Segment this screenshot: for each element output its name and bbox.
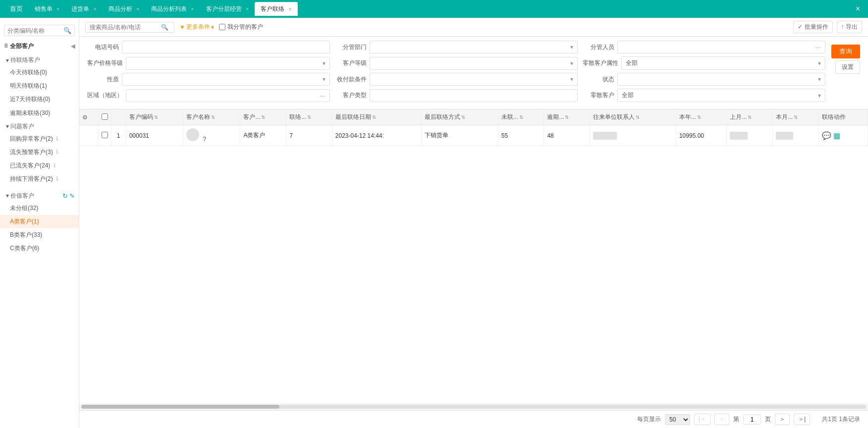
next-page-btn[interactable]: ＞ [775,414,790,425]
sidebar-item-a-class[interactable]: A类客户(1) [0,215,79,228]
close-customer-contact-tab[interactable]: × [288,6,291,12]
row-gear-cell [79,125,98,146]
payment-select[interactable]: ▾ [370,73,578,86]
problem-customer-group[interactable]: ▾ 问题客户 [0,120,79,132]
close-purchase-tab[interactable]: × [93,6,96,12]
retail-customer-field: 零散客户 全部 ▾ [583,89,825,102]
prev-page-btn[interactable]: ＜ [714,414,729,425]
customer-grade-select[interactable]: ▾ [370,57,578,70]
sort-icon-unit-contact[interactable]: ⇅ [636,114,640,120]
nav-tab-customer-tier[interactable]: 客户分层经营 × [200,2,255,16]
filter-search-box[interactable]: 🔍 [85,22,174,33]
row-checkbox-cell [98,125,111,146]
status-select[interactable]: ▾ [617,73,825,86]
filter-search-icon: 🔍 [161,24,168,31]
nav-tab-analysis-list[interactable]: 商品分析列表 × [145,2,200,16]
nature-select[interactable]: ▾ [122,73,330,86]
page-unit: 页 [765,415,771,424]
horizontal-scrollbar [79,403,868,410]
price-grade-select[interactable]: ▾ [126,57,330,70]
sort-icon-last-month[interactable]: ⇅ [748,114,752,120]
chevron-icon: ▾ [211,24,214,31]
sidebar-item-overdue[interactable]: 逾期未联络(30) [0,107,79,120]
retail-attr-select[interactable]: 全部 ▾ [621,56,825,70]
sort-icon-this-year[interactable]: ⇅ [697,114,701,120]
region-field: 区域（地区） ··· [87,89,330,102]
sidebar-item-churned[interactable]: 已流失客户(24) ℹ [0,159,79,172]
sort-icon-name[interactable]: ⇅ [211,114,215,120]
info-icon-4: ℹ [56,175,58,182]
sort-icon-overdue[interactable]: ⇅ [565,114,569,120]
my-customers-check[interactable] [219,24,225,30]
sidebar-item-churn-warning[interactable]: 流失预警客户(3) ℹ [0,146,79,159]
first-page-btn[interactable]: |＜ [694,414,710,425]
value-customer-group[interactable]: ▾ 价值客户 ↻ ✎ [0,189,79,202]
sidebar-collapse-btn[interactable]: ◀ [71,43,75,50]
sidebar-item-tomorrow[interactable]: 明天待联络(1) [0,79,79,93]
retail-customer-select[interactable]: 全部 ▾ [617,89,825,102]
sidebar-item-c-class[interactable]: C类客户(6) [0,242,79,255]
page-input[interactable] [743,415,761,425]
close-analysis-tab[interactable]: × [136,6,139,12]
pending-contact-group[interactable]: ▾ 待联络客户 [0,54,79,66]
nav-tab-sales[interactable]: 销售单 × [29,2,65,16]
nav-tab-analysis[interactable]: 商品分析 × [103,2,145,16]
sort-icon-last-way[interactable]: ⇅ [461,114,465,120]
adv-filter-row-4: 区域（地区） ··· 客户类型 零散客户 [87,89,825,102]
last-way-link[interactable]: 下销货单 [425,132,448,139]
row-code-cell: 000031 [126,125,183,146]
export-btn[interactable]: ↑ 导出 [837,21,862,33]
th-checkbox [98,109,111,125]
manager-input[interactable]: ··· [617,41,825,54]
close-analysis-list-tab[interactable]: × [191,6,194,12]
sort-icon-contact[interactable]: ⇅ [307,114,311,120]
sidebar-item-unclassified[interactable]: 未分组(32) [0,202,79,215]
close-sales-tab[interactable]: × [56,6,59,12]
region-input[interactable]: ··· [126,89,330,102]
qr-icon[interactable]: ▦ [833,131,840,140]
settings-btn[interactable]: 设置 [835,60,860,74]
th-this-year: 本年... ⇅ [676,109,726,125]
edit-icon[interactable]: ✎ [69,192,75,200]
sort-icon-no-contact[interactable]: ⇅ [519,114,523,120]
sidebar-item-abnormal-repurchase[interactable]: 回购异常客户(2) ℹ [0,132,79,146]
sidebar-search-input[interactable] [7,27,63,34]
nav-tab-purchase[interactable]: 进货单 × [65,2,102,16]
sort-icon-last-date[interactable]: ⇅ [372,114,376,120]
sidebar-search-box[interactable]: 🔍 [4,25,75,36]
close-customer-tier-tab[interactable]: × [246,6,249,12]
customer-type-input[interactable] [370,89,578,102]
customer-grade-field: 客户等级 ▾ [335,57,578,70]
query-btn[interactable]: 查询 [831,45,860,58]
sort-icon-type[interactable]: ⇅ [261,114,265,120]
last-page-btn[interactable]: ＞| [794,414,810,425]
chat-icon[interactable]: 💬 [822,131,831,140]
sort-icon-code[interactable]: ⇅ [154,114,158,120]
sidebar-all-customers[interactable]: ⠿ 全部客户 ◀ [0,39,79,54]
sidebar-item-7days[interactable]: 近7天待联络(0) [0,93,79,106]
phone-input[interactable] [122,41,330,54]
close-all-btn[interactable]: × [852,4,864,13]
nav-tab-customer-contact[interactable]: 客户联络 × [255,2,297,16]
nav-home[interactable]: 首页 [4,4,29,13]
filter-search-input[interactable] [90,24,159,31]
refresh-icon[interactable]: ↻ [62,192,68,200]
row-name-cell: ? [183,125,240,146]
sort-icon-this-month[interactable]: ⇅ [794,114,798,120]
content-area: 🔍 ▼ 更多条件 ▾ 我分管的客户 ✓ 批量操作 ↑ 导出 [79,18,868,428]
my-customers-checkbox[interactable]: 我分管的客户 [219,23,263,31]
batch-op-btn[interactable]: ✓ 批量操作 [793,21,832,33]
region-label: 区域（地区） [87,91,123,100]
sidebar-item-b-class[interactable]: B类客户(33) [0,228,79,242]
sidebar-item-declining[interactable]: 持续下滑客户(2) ℹ [0,172,79,186]
table-settings-icon[interactable]: ⚙ [82,114,88,121]
row-checkbox[interactable] [102,132,108,138]
filter-more-btn[interactable]: ▼ 更多条件 ▾ [179,23,214,31]
select-all-checkbox[interactable] [102,113,108,120]
th-contact: 联络... ⇅ [286,109,332,125]
per-page-select[interactable]: 50 100 200 [665,414,690,425]
dept-select[interactable]: ▾ [370,41,578,54]
sidebar-item-today[interactable]: 今天待联络(0) [0,66,79,79]
th-code: 客户编码 ⇅ [126,109,183,125]
scrollbar-thumb[interactable] [81,405,279,409]
